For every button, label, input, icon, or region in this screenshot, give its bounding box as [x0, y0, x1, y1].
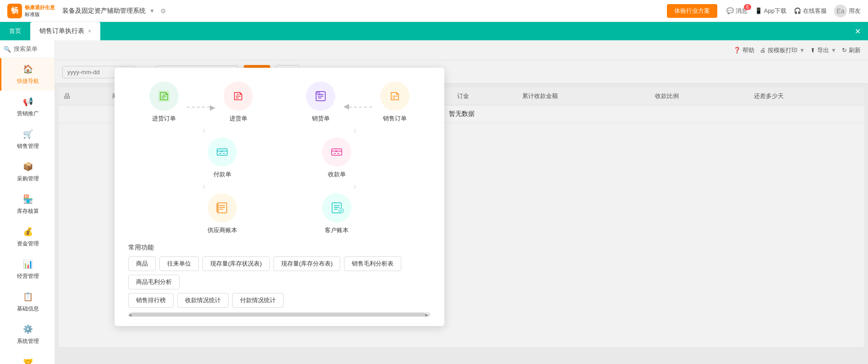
system-title: 装备及固定资产辅助管理系统 ▼ ⚙	[62, 7, 667, 15]
top-header: 畅 畅康通好生意 标准版 装备及固定资产辅助管理系统 ▼ ⚙ 体验行业方案 💬 …	[0, 0, 868, 22]
svg-rect-7	[218, 203, 227, 213]
header-right: 💬 消息 6 📱 App下载 🎧 在线客服 Ea 用友	[726, 5, 861, 17]
message-badge: 6	[744, 4, 751, 10]
customer-account-icon	[322, 193, 351, 223]
arrow-down-payment: ↓	[202, 182, 206, 191]
arrow-down-sales: ↓	[354, 126, 357, 136]
sidebar-item-basic[interactable]: 📋 基础信息	[0, 286, 55, 318]
flow-node-payment[interactable]: ¥ 付款单	[199, 137, 245, 179]
flow-node-receipt[interactable]: ¥ 收款单	[314, 137, 360, 179]
purchase-order-icon	[149, 81, 179, 111]
logo-icon: 畅	[7, 4, 22, 18]
flow-bottom-arrows: ↓ ↓	[128, 182, 431, 191]
search-menu-button[interactable]: 🔍 搜索菜单	[0, 40, 55, 58]
func-btn-receipt-stats[interactable]: 收款情况统计	[177, 293, 229, 308]
scroll-right-arrow[interactable]: ▶	[425, 312, 429, 317]
func-btn-sales-margin[interactable]: 销售毛利分析表	[344, 256, 401, 271]
marketing-icon: 📢	[22, 96, 33, 107]
common-functions: 常用功能 商品 往来单位 现存量(库存状况表) 现存量(库存分布表) 销售毛利分…	[128, 244, 431, 308]
func-btn-goods-margin[interactable]: 商品毛利分析	[128, 275, 180, 289]
popup-scrollbar[interactable]: ◀ ▶	[128, 312, 431, 317]
service-icon: 🎧	[794, 7, 801, 14]
sales-bill-icon	[306, 81, 335, 111]
sidebar-item-finance[interactable]: 💰 资金管理	[0, 221, 55, 253]
sidebar-item-sales[interactable]: 🛒 销售管理	[0, 123, 55, 156]
func-buttons-row2: 销售排行榜 收款情况统计 付款情况统计	[128, 293, 431, 308]
main-layout: 🔍 搜索菜单 🏠 快捷导航 📢 营销推广 🛒 销售管理 📦 采购管理 🏪 库存核…	[0, 40, 868, 364]
logo-text: 畅康通好生意 标准版	[25, 4, 55, 17]
func-btn-goods[interactable]: 商品	[128, 256, 156, 271]
purchase-bill-icon	[224, 81, 253, 111]
scroll-left-arrow[interactable]: ◀	[128, 312, 132, 317]
message-icon: 💬	[726, 7, 734, 14]
chevron-down-icon[interactable]: ▼	[149, 8, 155, 14]
sales-order-icon	[380, 81, 409, 111]
search-icon: 🔍	[4, 46, 11, 53]
svg-text:¥: ¥	[335, 149, 338, 153]
arrow-down-receipt: ↓	[354, 182, 357, 191]
flow-top-row: 进货订单 ▶	[128, 81, 431, 123]
system-actions: 体验行业方案	[667, 4, 717, 18]
flow-node-sales-order[interactable]: 销售订单	[372, 81, 418, 123]
user-menu[interactable]: Ea 用友	[834, 5, 861, 17]
func-buttons-row1: 商品 往来单位 现存量(库存状况表) 现存量(库存分布表) 销售毛利分析表 商品…	[128, 256, 431, 289]
system-icon: ⚙️	[22, 324, 33, 335]
flow-middle-row: ¥ 付款单 ¥ 收款单	[128, 137, 431, 179]
svg-text:¥: ¥	[220, 149, 223, 153]
arrow-down-purchase: ↓	[202, 126, 206, 136]
func-btn-payment-stats[interactable]: 付款情况统计	[232, 293, 284, 308]
common-functions-title: 常用功能	[128, 244, 431, 252]
arrow-sales-order-to-bill: ▶	[344, 103, 372, 112]
flow-popup: 进货订单 ▶	[115, 68, 444, 326]
basic-icon: 📋	[22, 291, 33, 302]
avatar: Ea	[834, 5, 847, 17]
tab-active[interactable]: 销售订单执行表 ×	[30, 22, 100, 40]
online-service-button[interactable]: 🎧 在线客服	[794, 7, 827, 15]
arrow-purchase-order-to-bill: ▶	[187, 103, 215, 112]
logo-area: 畅 畅康通好生意 标准版	[7, 4, 62, 18]
flow-node-supplier-account[interactable]: 供应商账本	[199, 193, 245, 234]
close-all-tabs[interactable]: ✕	[855, 27, 861, 36]
settings-icon[interactable]: ⚙	[160, 7, 166, 15]
trial-button[interactable]: 体验行业方案	[667, 4, 717, 18]
sidebar-item-marketing[interactable]: 📢 营销推广	[0, 91, 55, 123]
sidebar: 🔍 搜索菜单 🏠 快捷导航 📢 营销推广 🛒 销售管理 📦 采购管理 🏪 库存核…	[0, 40, 55, 364]
func-btn-stock-dist[interactable]: 现存量(库存分布表)	[273, 256, 341, 271]
receipt-icon: ¥	[322, 137, 351, 167]
sidebar-item-enterprise[interactable]: 🤝 企业协同	[0, 351, 55, 364]
supplier-account-icon	[207, 193, 237, 223]
tab-home[interactable]: 首页	[0, 22, 30, 40]
inventory-icon: 🏪	[22, 194, 33, 205]
sidebar-item-purchase[interactable]: 📦 采购管理	[0, 156, 55, 188]
message-button[interactable]: 💬 消息 6	[726, 7, 748, 15]
enterprise-icon: 🤝	[22, 356, 33, 364]
flow-node-purchase-order[interactable]: 进货订单	[141, 81, 187, 123]
sidebar-item-operations[interactable]: 📊 经营管理	[0, 253, 55, 286]
purchase-icon: 📦	[22, 161, 33, 172]
func-btn-stock-status[interactable]: 现存量(库存状况表)	[202, 256, 270, 271]
tab-close-icon[interactable]: ×	[88, 28, 91, 34]
app-download-button[interactable]: 📱 App下载	[755, 7, 786, 15]
quick-nav-icon: 🏠	[22, 64, 33, 75]
payment-icon: ¥	[207, 137, 237, 167]
flow-mid-arrows: ↓ ↓	[128, 126, 431, 136]
sales-icon: 🛒	[22, 129, 33, 140]
flow-node-customer-account[interactable]: 客户账本	[314, 193, 360, 234]
sidebar-item-system[interactable]: ⚙️ 系统管理	[0, 318, 55, 351]
operations-icon: 📊	[22, 259, 33, 270]
finance-icon: 💰	[22, 226, 33, 237]
sidebar-item-inventory[interactable]: 🏪 库存核算	[0, 188, 55, 221]
func-btn-sales-rank[interactable]: 销售排行榜	[128, 293, 174, 308]
func-btn-contacts[interactable]: 往来单位	[159, 256, 199, 271]
content-area: ❓ 帮助 🖨 按模板打印 ▼ ⬆ 导出 ▼ ↻ 刷新 📅 单据状态	[55, 40, 868, 364]
flow-node-purchase-bill[interactable]: 进货单	[215, 81, 261, 123]
sidebar-item-quick-nav[interactable]: 🏠 快捷导航	[0, 58, 55, 91]
nav-tabs: 首页 销售订单执行表 × ✕	[0, 22, 868, 40]
download-icon: 📱	[755, 7, 762, 14]
scroll-thumb[interactable]	[132, 313, 425, 316]
flow-bottom-row: 供应商账本 客户账本	[128, 193, 431, 234]
flow-node-sales-bill[interactable]: 销货单	[298, 81, 344, 123]
